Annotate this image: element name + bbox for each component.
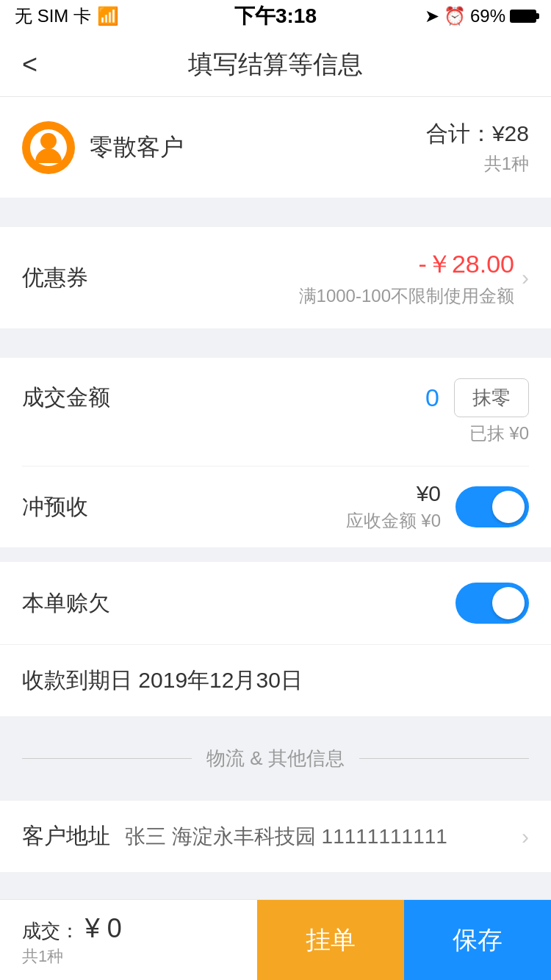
- address-section[interactable]: 客户地址 张三 海淀永丰科技园 11111111111 ›: [0, 801, 551, 872]
- bottom-deal-label: 成交：: [22, 920, 79, 942]
- carrier-text: 无 SIM 卡: [15, 4, 91, 28]
- arrears-toggle[interactable]: [455, 583, 529, 624]
- nav-bar: < 填写结算等信息: [0, 32, 551, 97]
- summary-total: 合计：¥28: [426, 119, 529, 149]
- location-icon: ➤: [425, 6, 439, 26]
- customer-left: 零散客户: [22, 121, 184, 174]
- logistics-title: 物流 & 其他信息: [206, 746, 345, 771]
- coupon-value-col: -￥28.00 满1000-100不限制使用金额: [299, 248, 514, 308]
- advance-amount-col: ¥0 应收金额 ¥0: [346, 481, 441, 533]
- status-right: ➤ ⏰ 69%: [425, 6, 536, 26]
- bottom-deal-amount: ¥ 0: [85, 913, 122, 943]
- bottom-deal-count: 共1种: [22, 945, 235, 968]
- coupon-right: -￥28.00 满1000-100不限制使用金额 ›: [299, 248, 529, 308]
- duedate-label: 收款到期日: [22, 668, 132, 692]
- bottom-deal-info: 成交： ¥ 0 共1种: [0, 913, 257, 968]
- transaction-row: 成交金额 0 抹零: [22, 378, 529, 417]
- status-time: 下午3:18: [234, 2, 317, 30]
- advance-sub: 应收金额 ¥0: [346, 509, 441, 533]
- coupon-amount: -￥28.00: [299, 248, 514, 281]
- customer-row: 零散客户 合计：¥28 共1种: [0, 97, 551, 198]
- gray-divider-1: [0, 212, 551, 227]
- hang-button[interactable]: 挂单: [257, 900, 404, 981]
- gray-divider-4: [0, 716, 551, 731]
- customer-name: 零散客户: [90, 131, 184, 164]
- gray-divider-5: [0, 786, 551, 801]
- back-button[interactable]: <: [22, 49, 37, 80]
- duedate-text: 收款到期日 2019年12月30日: [22, 668, 303, 692]
- transaction-value: 0: [425, 383, 439, 412]
- avatar-icon: [30, 129, 67, 166]
- transaction-section: 成交金额 0 抹零 已抹 ¥0: [0, 358, 551, 466]
- wifi-icon: 📶: [97, 6, 119, 26]
- page-title: 填写结算等信息: [188, 48, 363, 82]
- battery-icon: [510, 10, 536, 23]
- transaction-sub: 已抹 ¥0: [22, 422, 529, 445]
- address-chevron-icon: ›: [522, 824, 529, 849]
- bottom-deal-row: 成交： ¥ 0: [22, 913, 235, 944]
- address-label: 客户地址: [22, 821, 110, 851]
- transaction-right: 0 抹零: [425, 378, 529, 417]
- coupon-sub: 满1000-100不限制使用金额: [299, 284, 514, 308]
- status-bar: 无 SIM 卡 📶 下午3:18 ➤ ⏰ 69%: [0, 0, 551, 32]
- coupon-label: 优惠券: [22, 263, 88, 293]
- battery-text: 69%: [470, 6, 505, 26]
- coupon-section[interactable]: 优惠券 -￥28.00 满1000-100不限制使用金额 ›: [0, 227, 551, 328]
- alarm-icon: ⏰: [444, 6, 466, 26]
- transaction-label: 成交金额: [22, 383, 110, 413]
- avatar: [22, 121, 75, 174]
- arrears-label: 本单赊欠: [22, 588, 110, 619]
- logistics-line-left: [22, 758, 192, 759]
- logistics-header: 物流 & 其他信息: [0, 731, 551, 786]
- customer-summary: 合计：¥28 共1种: [426, 119, 529, 176]
- gray-divider-2: [0, 343, 551, 358]
- advance-toggle[interactable]: [455, 486, 529, 527]
- summary-count: 共1种: [426, 152, 529, 176]
- advance-right: ¥0 应收金额 ¥0: [346, 481, 529, 533]
- advance-section: 冲预收 ¥0 应收金额 ¥0: [0, 466, 551, 547]
- coupon-row[interactable]: 优惠券 -￥28.00 满1000-100不限制使用金额 ›: [0, 227, 551, 328]
- address-value: 张三 海淀永丰科技园 11111111111: [125, 823, 522, 851]
- gray-divider-3: [0, 547, 551, 562]
- content: 零散客户 合计：¥28 共1种 优惠券 -￥28.00 满1000-100不限制…: [0, 97, 551, 960]
- advance-label: 冲预收: [22, 492, 88, 522]
- customer-section: 零散客户 合计：¥28 共1种: [0, 97, 551, 198]
- advance-amount: ¥0: [346, 481, 441, 506]
- logistics-line-right: [359, 758, 529, 759]
- save-button[interactable]: 保存: [404, 900, 551, 981]
- duedate-value: 2019年12月30日: [138, 668, 302, 692]
- bottom-bar: 成交： ¥ 0 共1种 挂单 保存: [0, 899, 551, 980]
- duedate-section: 收款到期日 2019年12月30日: [0, 644, 551, 716]
- round-button[interactable]: 抹零: [454, 378, 529, 417]
- advance-row: 冲预收 ¥0 应收金额 ¥0: [22, 466, 529, 547]
- arrears-section: 本单赊欠: [0, 562, 551, 644]
- logistics-header-inner: 物流 & 其他信息: [22, 746, 529, 771]
- status-left: 无 SIM 卡 📶: [15, 4, 119, 28]
- chevron-right-icon: ›: [522, 265, 529, 290]
